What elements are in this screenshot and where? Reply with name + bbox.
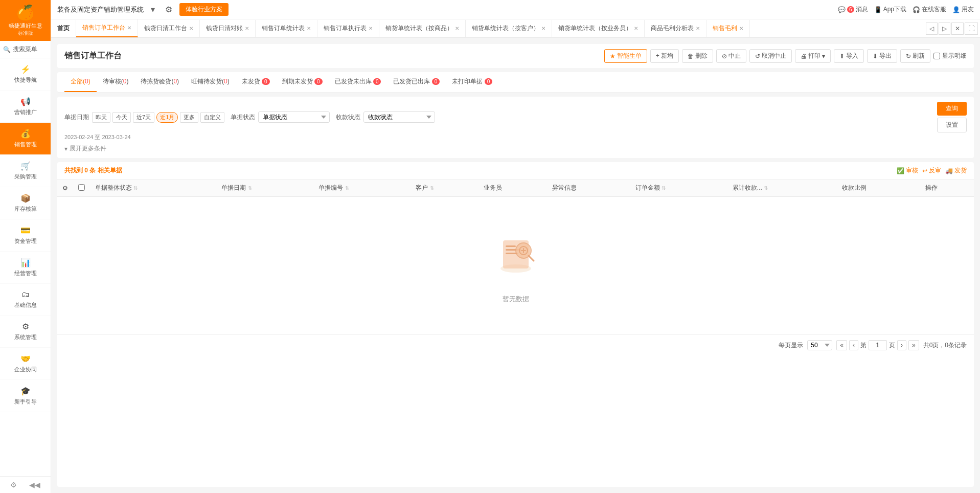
tab-cash-reconcile[interactable]: 钱货日清对账 ✕ xyxy=(200,20,256,37)
th-customer[interactable]: 客户 ⇅ xyxy=(411,180,478,197)
tabs-next-btn[interactable]: ▷ xyxy=(939,23,950,35)
sidebar-item-basic[interactable]: 🗂 基础信息 xyxy=(0,284,51,316)
first-page-btn[interactable]: « xyxy=(836,340,847,350)
page-input[interactable] xyxy=(869,340,887,350)
tab-home[interactable]: 首页 xyxy=(51,20,76,37)
ship-action[interactable]: 🚚 发货 xyxy=(945,166,967,175)
sidebar-item-system[interactable]: ⚙ 系统管理 xyxy=(0,316,51,348)
user-item[interactable]: 👤 用友 xyxy=(952,5,974,14)
set-btn[interactable]: 设置 xyxy=(937,118,967,132)
tab-sales-summary-staff[interactable]: 销货单统计表（按业务员） ✕ xyxy=(552,20,645,37)
sub-tab-all[interactable]: 全部(0) xyxy=(64,72,97,92)
query-btn[interactable]: 查询 xyxy=(937,102,967,116)
date-1month-btn[interactable]: 近1月 xyxy=(156,112,178,123)
message-item[interactable]: 💬 6 消息 xyxy=(838,5,868,14)
tabs-fullscreen-btn[interactable]: ⛶ xyxy=(965,23,978,35)
sidebar-item-finance[interactable]: 💳 资金管理 xyxy=(0,219,51,252)
sub-tab-pending-check[interactable]: 待拣货验货(0) xyxy=(134,72,185,92)
tab-close-icon[interactable]: ✕ xyxy=(307,26,311,31)
tab-sales-workbench[interactable]: 销售订单工作台 ✕ xyxy=(76,19,138,37)
refresh-btn[interactable]: ↻ 刷新 xyxy=(900,49,930,63)
sidebar-item-label: 营销推广 xyxy=(14,108,37,116)
smart-create-btn[interactable]: ★ 智能生单 xyxy=(604,49,647,63)
stop-btn[interactable]: ⊘ 中止 xyxy=(716,49,746,63)
date-7days-btn[interactable]: 近7天 xyxy=(133,112,154,123)
tab-sales-summary-product[interactable]: 销货单统计表（按商品） ✕ xyxy=(379,20,466,37)
sidebar-item-operation[interactable]: 📊 经营管理 xyxy=(0,252,51,284)
tab-cash-daily[interactable]: 钱货日清工作台 ✕ xyxy=(138,20,200,37)
service-item[interactable]: 🎧 在线客服 xyxy=(913,5,946,14)
tab-close-icon[interactable]: ✕ xyxy=(541,26,545,31)
search-icon: 🔍 xyxy=(3,46,11,53)
sidebar: 🍊 畅捷通好生意 标准版 🔍 搜索菜单 ⚡ 快捷导航 📢 营销推广 💰 销售管理… xyxy=(0,0,51,493)
star-icon: ★ xyxy=(610,53,616,60)
import-btn[interactable]: ⬆ 导入 xyxy=(834,49,864,63)
th-settings: ⚙ xyxy=(57,180,73,197)
last-page-btn[interactable]: » xyxy=(908,340,919,350)
show-detail-checkbox[interactable]: 显示明细 xyxy=(933,52,967,60)
sub-tab-shipped-not-out[interactable]: 已发货未出库 0 xyxy=(329,72,388,92)
cancel-stop-btn[interactable]: ↺ 取消中止 xyxy=(749,49,792,63)
tab-close-icon[interactable]: ✕ xyxy=(189,26,193,31)
page-size-select[interactable]: 50 20 100 xyxy=(807,340,832,350)
th-checkbox xyxy=(73,180,90,197)
th-status[interactable]: 单据整体状态 ⇅ xyxy=(90,180,216,197)
sidebar-item-quick-nav[interactable]: ⚡ 快捷导航 xyxy=(0,58,51,91)
th-collected[interactable]: 累计收款... ⇅ xyxy=(727,180,837,197)
collapse-icon[interactable]: ◀◀ xyxy=(29,481,40,489)
sidebar-item-cooperation[interactable]: 🤝 企业协同 xyxy=(0,348,51,380)
prev-page-btn[interactable]: ‹ xyxy=(849,340,858,350)
tab-close-icon[interactable]: ✕ xyxy=(696,26,700,31)
date-today-btn[interactable]: 今天 xyxy=(112,112,131,123)
expand-filter-btn[interactable]: ▾ 展开更多条件 xyxy=(64,144,967,153)
settings-icon[interactable]: ⚙ xyxy=(10,481,17,489)
date-yesterday-btn[interactable]: 昨天 xyxy=(92,112,110,123)
sidebar-item-guide[interactable]: 🎓 新手引导 xyxy=(0,380,51,412)
date-custom-btn[interactable]: 自定义 xyxy=(200,112,224,123)
system-dropdown-icon[interactable]: ▾ xyxy=(148,4,158,15)
tabs-close-all-btn[interactable]: ✕ xyxy=(951,23,964,35)
sub-tab-wangpu-ship[interactable]: 旺铺待发货(0) xyxy=(185,72,236,92)
tab-close-icon[interactable]: ✕ xyxy=(455,26,459,31)
sub-tab-not-shipped[interactable]: 未发货 0 xyxy=(236,72,276,92)
tab-sales-stats[interactable]: 销售订单统计表 ✕ xyxy=(256,20,317,37)
tab-sales-profit[interactable]: 销售毛利 ✕ xyxy=(706,20,750,37)
tab-close-icon[interactable]: ✕ xyxy=(739,26,743,31)
tabs-prev-btn[interactable]: ◁ xyxy=(926,23,938,35)
sidebar-search[interactable]: 🔍 搜索菜单 xyxy=(0,41,51,58)
th-date[interactable]: 单据日期 ⇅ xyxy=(216,180,313,197)
sub-tab-pending-review[interactable]: 待审核(0) xyxy=(97,72,135,92)
settings-btn[interactable]: ⚙ xyxy=(162,4,175,15)
tab-sales-exec[interactable]: 销售订单执行表 ✕ xyxy=(317,20,379,37)
sidebar-item-inventory[interactable]: 📦 库存核算 xyxy=(0,187,51,219)
export-btn[interactable]: ⬇ 导出 xyxy=(867,49,897,63)
show-detail-input[interactable] xyxy=(933,53,940,59)
sub-tab-not-printed[interactable]: 未打印单据 0 xyxy=(446,72,498,92)
delete-btn[interactable]: 🗑 删除 xyxy=(682,49,713,63)
cancel-review-action[interactable]: ↩ 反审 xyxy=(922,166,941,175)
app-download-item[interactable]: 📱 App下载 xyxy=(874,5,906,14)
tab-gross-margin[interactable]: 商品毛利分析表 ✕ xyxy=(645,20,706,37)
th-amount[interactable]: 订单金额 ⇅ xyxy=(630,180,727,197)
review-action[interactable]: ✅ 审核 xyxy=(897,166,918,175)
payment-select[interactable]: 收款状态 xyxy=(363,111,435,123)
next-page-btn[interactable]: › xyxy=(897,340,906,350)
status-select[interactable]: 单据状态 xyxy=(258,111,330,123)
tab-close-icon[interactable]: ✕ xyxy=(127,25,131,31)
tab-close-icon[interactable]: ✕ xyxy=(369,26,373,31)
industry-btn[interactable]: 体验行业方案 xyxy=(179,3,229,16)
tab-sales-summary-customer[interactable]: 销货单统计表（按客户） ✕ xyxy=(466,20,552,37)
select-all-checkbox[interactable] xyxy=(78,184,85,191)
sidebar-item-purchase[interactable]: 🛒 采购管理 xyxy=(0,155,51,187)
sub-tab-shipped-out[interactable]: 已发货已出库 0 xyxy=(387,72,446,92)
th-number[interactable]: 单据编号 ⇅ xyxy=(313,180,411,197)
tab-close-icon[interactable]: ✕ xyxy=(634,26,638,31)
sub-tab-overdue-not-shipped[interactable]: 到期未发货 0 xyxy=(276,72,329,92)
sidebar-item-sales[interactable]: 💰 销售管理 xyxy=(0,123,51,155)
print-btn[interactable]: 🖨 打印 ▾ xyxy=(795,49,831,63)
export-icon: ⬇ xyxy=(873,53,878,60)
tab-close-icon[interactable]: ✕ xyxy=(245,26,249,31)
add-btn[interactable]: + 新增 xyxy=(650,49,679,63)
sidebar-item-marketing[interactable]: 📢 营销推广 xyxy=(0,91,51,123)
date-more-btn[interactable]: 更多 xyxy=(180,112,198,123)
